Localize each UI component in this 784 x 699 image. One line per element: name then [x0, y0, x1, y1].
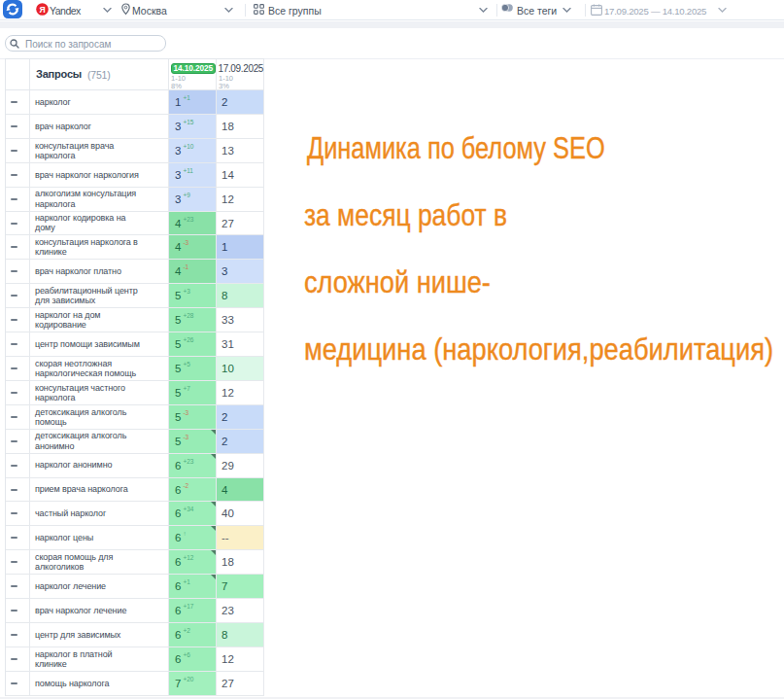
svg-text:Я: Я	[40, 5, 46, 15]
